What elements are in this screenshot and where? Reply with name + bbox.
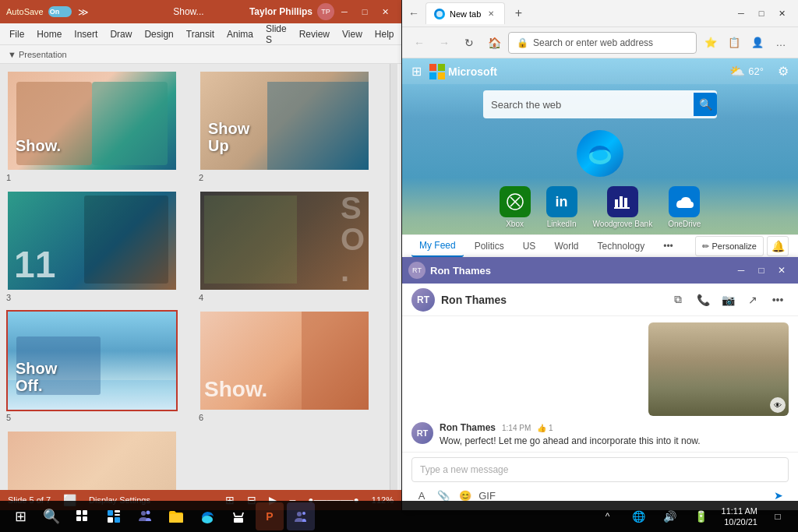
- menu-file[interactable]: File: [3, 23, 30, 45]
- edge-collections-btn[interactable]: 📋: [723, 32, 745, 54]
- slide-6-num: 6: [199, 413, 383, 422]
- edge-settings-btn[interactable]: …: [770, 32, 792, 54]
- taskbar-widgets-btn[interactable]: [100, 502, 128, 530]
- menu-slide-show[interactable]: Slide S: [260, 23, 293, 45]
- teams-video-btn[interactable]: 📷: [717, 289, 739, 311]
- edge-forward-btn[interactable]: →: [433, 32, 455, 54]
- slide-1-image: Show.: [6, 70, 178, 171]
- taskbar-start-btn[interactable]: ⊞: [6, 502, 34, 530]
- slide-thumb-7[interactable]: 7: [6, 430, 191, 490]
- teams-more-btn[interactable]: •••: [767, 289, 789, 311]
- slide-4-image: SO.: [199, 190, 370, 291]
- edge-toolbar: ← → ↻ 🏠 🔒 Search or enter web address ⭐ …: [402, 27, 798, 58]
- teams-message-input[interactable]: Type a new message: [411, 457, 789, 482]
- taskbar-chevron-icon[interactable]: ^: [594, 502, 622, 530]
- edge-favorites-btn[interactable]: ⭐: [700, 32, 722, 54]
- edge-app-onedrive[interactable]: OneDrive: [668, 186, 701, 228]
- taskbar-volume-icon[interactable]: 🔊: [656, 502, 684, 530]
- teams-message-header: Ron Thames 1:14 PM 👍 1: [440, 422, 789, 433]
- edge-personalize-btn[interactable]: ✏ Personalize: [695, 236, 764, 256]
- edge-apps-grid-icon[interactable]: ⊞: [411, 64, 422, 79]
- news-tab-myfeed[interactable]: My Feed: [411, 235, 464, 257]
- news-tab-technology[interactable]: Technology: [590, 235, 653, 257]
- slide-thumb-5[interactable]: ShowOff. 5: [6, 310, 191, 422]
- ppt-restore-btn[interactable]: □: [355, 4, 375, 19]
- slide-1-text: Show.: [16, 137, 61, 154]
- woodgrove-label: Woodgrove Bank: [593, 220, 653, 228]
- edge-search-box[interactable]: Search the web 🔍: [483, 90, 717, 118]
- ppt-minimize-btn[interactable]: ─: [334, 4, 355, 19]
- teams-messages-list: 👁 RT Ron Thames 1:14 PM 👍 1 Wow, perfect…: [402, 316, 798, 452]
- edge-refresh-btn[interactable]: ↻: [458, 32, 480, 54]
- autosave-toggle[interactable]: On: [48, 6, 72, 17]
- taskbar-edge-btn[interactable]: [193, 502, 221, 530]
- slides-scrollbar[interactable]: [390, 64, 397, 490]
- menu-insert[interactable]: Insert: [68, 23, 104, 45]
- edge-notification-btn[interactable]: 🔔: [767, 236, 789, 256]
- menu-home[interactable]: Home: [30, 23, 68, 45]
- edge-app-linkedin[interactable]: in LinkedIn: [546, 186, 577, 228]
- edge-address-bar[interactable]: 🔒 Search or enter web address: [508, 32, 697, 54]
- taskbar-search-btn[interactable]: 🔍: [37, 502, 65, 530]
- edge-tab-close[interactable]: ✕: [486, 9, 496, 19]
- edge-restore-btn[interactable]: □: [751, 3, 772, 23]
- teams-message-avatar: RT: [411, 422, 433, 444]
- edge-back-btn[interactable]: ←: [408, 32, 430, 54]
- edge-new-tab[interactable]: New tab ✕: [425, 2, 505, 24]
- taskbar-powerpoint-btn[interactable]: P: [256, 502, 284, 530]
- teams-call-btn[interactable]: 📞: [692, 289, 714, 311]
- teams-minimize-btn[interactable]: ─: [731, 260, 751, 280]
- teams-share-btn[interactable]: ↗: [742, 289, 764, 311]
- menu-anima[interactable]: Anima: [221, 23, 260, 45]
- svg-rect-12: [108, 510, 113, 516]
- edge-page-settings-icon[interactable]: ⚙: [778, 64, 789, 79]
- edge-profile-btn[interactable]: 👤: [747, 32, 768, 54]
- menu-transit[interactable]: Transit: [180, 23, 221, 45]
- ppt-expand-icon[interactable]: ≫: [78, 6, 89, 18]
- menu-draw[interactable]: Draw: [104, 23, 138, 45]
- slide-thumb-1[interactable]: Show. 1: [6, 70, 191, 182]
- taskbar-teams-taskbar-btn[interactable]: [287, 502, 315, 530]
- edge-app-woodgrove[interactable]: Woodgrove Bank: [593, 186, 653, 228]
- edge-toolbar-icons: ⭐ 📋 👤 …: [700, 32, 792, 54]
- edge-minimize-btn[interactable]: ─: [731, 3, 751, 23]
- taskbar-network-icon[interactable]: 🌐: [625, 502, 653, 530]
- slide-thumb-2[interactable]: ShowUp 2: [199, 70, 383, 182]
- menu-help[interactable]: Help: [369, 23, 401, 45]
- teams-image-overlay[interactable]: 👁: [770, 397, 786, 413]
- taskbar-task-view-btn[interactable]: [69, 502, 97, 530]
- edge-app-xbox[interactable]: Xbox: [500, 186, 531, 228]
- svg-rect-16: [115, 517, 120, 523]
- menu-view[interactable]: View: [336, 23, 369, 45]
- menu-review[interactable]: Review: [293, 23, 336, 45]
- edge-close-btn[interactable]: ✕: [772, 3, 792, 23]
- svg-rect-11: [83, 516, 87, 521]
- svg-point-23: [302, 512, 305, 515]
- slide-thumb-6[interactable]: Show. 6: [199, 310, 383, 422]
- news-tab-more[interactable]: •••: [655, 235, 681, 257]
- news-tab-politics[interactable]: Politics: [467, 235, 512, 257]
- edge-new-tab-btn[interactable]: +: [508, 3, 528, 23]
- menu-design[interactable]: Design: [138, 23, 179, 45]
- teams-restore-btn[interactable]: □: [751, 260, 772, 280]
- taskbar-teams-btn[interactable]: [131, 502, 159, 530]
- edge-home-btn[interactable]: 🏠: [483, 32, 505, 54]
- slide-thumb-3[interactable]: 11 3: [6, 190, 191, 302]
- edge-weather-widget[interactable]: ⛅ 62°: [729, 64, 764, 79]
- taskbar-store-btn[interactable]: [224, 502, 252, 530]
- teams-copy-btn[interactable]: ⧉: [667, 289, 689, 311]
- teams-message-content: Ron Thames 1:14 PM 👍 1 Wow, perfect! Let…: [440, 422, 789, 448]
- taskbar-datetime[interactable]: 11:11 AM 10/20/21: [722, 506, 757, 528]
- slide-thumb-4[interactable]: SO. 4: [199, 190, 383, 302]
- teams-close-btn[interactable]: ✕: [772, 260, 792, 280]
- teams-title-bar: RT Ron Thames ─ □ ✕: [402, 257, 798, 284]
- edge-search-btn[interactable]: 🔍: [694, 93, 717, 116]
- news-tab-us[interactable]: US: [515, 235, 544, 257]
- news-tab-world[interactable]: World: [546, 235, 586, 257]
- ppt-close-btn[interactable]: ✕: [375, 4, 395, 19]
- svg-rect-10: [76, 516, 81, 521]
- taskbar-explorer-btn[interactable]: [162, 502, 190, 530]
- edge-tab-favicon: [434, 9, 445, 19]
- ppt-user-avatar[interactable]: TP: [317, 3, 334, 20]
- taskbar-notification-btn[interactable]: □: [764, 502, 792, 530]
